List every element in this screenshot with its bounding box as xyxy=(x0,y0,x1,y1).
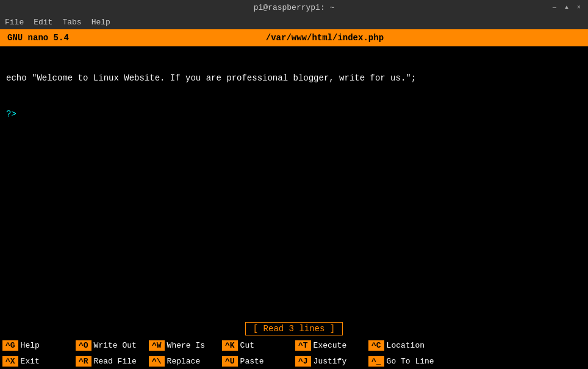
shortcut-write-out[interactable]: ^O Write Out xyxy=(76,340,149,351)
shortcut-label-paste: Paste xyxy=(240,357,264,366)
nano-filename: /var/www/html/index.php xyxy=(266,33,384,43)
shortcut-help[interactable]: ^G Help xyxy=(2,340,76,351)
shortcut-exit[interactable]: ^X Exit xyxy=(2,356,76,367)
window-title: pi@raspberrypi: ~ xyxy=(254,3,335,12)
shortcut-key-replace: ^\ xyxy=(149,356,165,367)
shortcut-key-exit: ^X xyxy=(2,356,18,367)
status-message: [ Read 3 lines ] xyxy=(245,322,343,335)
shortcut-key-where-is: ^W xyxy=(149,340,165,351)
editor-area[interactable]: echo "Welcome to Linux Website. If you a… xyxy=(0,46,588,320)
code-line-2: echo "Welcome to Linux Website. If you a… xyxy=(4,73,584,85)
shortcut-key-paste: ^U xyxy=(222,356,238,367)
code-line-3: ?> xyxy=(4,109,584,121)
shortcut-label-justify: Justify xyxy=(314,357,347,366)
shortcut-key-cut: ^K xyxy=(222,340,238,351)
menu-bar: File Edit Tabs Help xyxy=(0,15,588,29)
shortcut-key-location: ^C xyxy=(368,340,384,351)
menu-edit[interactable]: Edit xyxy=(34,18,52,27)
shortcut-label-cut: Cut xyxy=(240,341,254,350)
shortcut-key-help: ^G xyxy=(2,340,18,351)
shortcut-execute[interactable]: ^T Execute xyxy=(295,340,368,351)
shortcut-label-help: Help xyxy=(21,341,40,350)
shortcut-label-exit: Exit xyxy=(21,357,40,366)
shortcut-key-read-file: ^R xyxy=(76,356,91,367)
shortcut-location[interactable]: ^C Location xyxy=(368,340,442,351)
nano-version: GNU nano 5.4 xyxy=(7,33,69,43)
shortcut-label-where-is: Where Is xyxy=(167,341,205,350)
shortcut-label-location: Location xyxy=(387,341,425,350)
shortcut-label-execute: Execute xyxy=(314,341,347,350)
shortcut-go-to-line[interactable]: ^_ Go To Line xyxy=(368,356,442,367)
menu-tabs[interactable]: Tabs xyxy=(62,18,81,27)
shortcut-label-read-file: Read File xyxy=(94,357,137,366)
shortcut-key-write-out: ^O xyxy=(76,340,91,351)
menu-help[interactable]: Help xyxy=(91,18,110,27)
shortcut-key-justify: ^J xyxy=(295,356,311,367)
shortcut-bar-1: ^G Help ^O Write Out ^W Where Is ^K Cut … xyxy=(0,337,588,353)
shortcut-label-replace: Replace xyxy=(167,357,201,366)
shortcut-cut[interactable]: ^K Cut xyxy=(222,340,295,351)
shortcut-replace[interactable]: ^\ Replace xyxy=(149,356,222,367)
shortcut-key-execute: ^T xyxy=(295,340,311,351)
nano-header: GNU nano 5.4 /var/www/html/index.php xyxy=(0,29,588,46)
shortcut-justify[interactable]: ^J Justify xyxy=(295,356,368,367)
shortcut-key-go-to-line: ^_ xyxy=(368,356,384,367)
shortcut-bar-2: ^X Exit ^R Read File ^\ Replace ^U Paste… xyxy=(0,353,588,369)
shortcut-where-is[interactable]: ^W Where Is xyxy=(149,340,222,351)
status-bar: [ Read 3 lines ] xyxy=(0,320,588,337)
shortcut-label-go-to-line: Go To Line xyxy=(387,357,434,366)
code-line-1: echo "Welcome to Linux Website. If you a… xyxy=(1,49,587,132)
shortcut-label-write-out: Write Out xyxy=(94,341,137,350)
window-maximize-button[interactable]: ▲ xyxy=(562,3,571,12)
window-minimize-button[interactable]: — xyxy=(550,3,559,12)
shortcut-paste[interactable]: ^U Paste xyxy=(222,356,295,367)
window-controls[interactable]: — ▲ × xyxy=(550,3,583,12)
menu-file[interactable]: File xyxy=(5,18,24,27)
window-close-button[interactable]: × xyxy=(575,3,583,12)
title-bar: pi@raspberrypi: ~ — ▲ × xyxy=(0,0,588,15)
shortcut-read-file[interactable]: ^R Read File xyxy=(76,356,149,367)
